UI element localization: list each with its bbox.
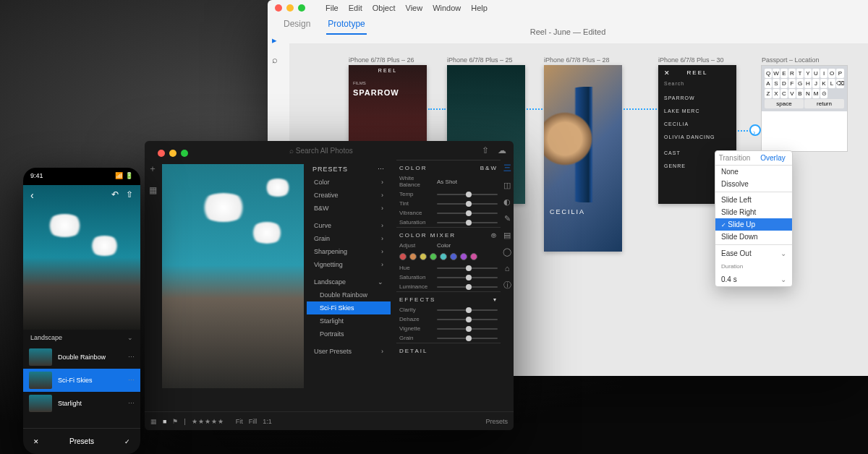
color-swatch[interactable] (460, 253, 467, 260)
radial-icon[interactable]: ◯ (503, 247, 511, 257)
section-color-mixer[interactable]: COLOR MIXER◎ (396, 227, 501, 241)
preset-row-selected[interactable]: Sci-Fi Skies⋯ (23, 369, 140, 392)
preset-group[interactable]: B&W› (307, 202, 391, 215)
photo-preview[interactable] (23, 185, 140, 330)
flag-icon[interactable]: ⚑ (172, 418, 178, 425)
prototype-link[interactable] (428, 108, 446, 110)
link-handle-icon[interactable]: › (749, 124, 761, 136)
section-effects[interactable]: EFFECTS▾ (396, 291, 501, 305)
preset-group[interactable]: Curve› (307, 219, 391, 232)
info-icon[interactable]: ⓘ (503, 280, 511, 291)
back-icon[interactable]: ‹ (30, 189, 34, 201)
minimize-icon[interactable] (169, 150, 176, 157)
one-to-one-button[interactable]: 1:1 (263, 418, 272, 425)
easing-select[interactable]: Ease Out⌄ (715, 247, 792, 260)
preset-group[interactable]: User Presets› (307, 345, 391, 358)
temp-slider[interactable] (437, 194, 498, 195)
preset-group[interactable]: Vignetting› (307, 258, 391, 271)
search-input[interactable]: ⌕ Search All Photos (289, 147, 353, 155)
artboard-label[interactable]: Passport – Location (762, 56, 820, 64)
grain-slider[interactable] (437, 338, 498, 339)
crop-icon[interactable]: ◫ (503, 181, 511, 190)
share-icon[interactable]: ⇧ (482, 145, 489, 155)
minimize-icon[interactable] (286, 4, 294, 12)
prototype-link[interactable] (624, 108, 657, 110)
artboard-label[interactable]: iPhone 6/7/8 Plus – 25 (447, 56, 513, 64)
color-swatch[interactable] (420, 253, 427, 260)
wb-value[interactable]: As Shot (437, 179, 457, 185)
color-swatch[interactable] (450, 253, 457, 260)
option-slide-left[interactable]: Slide Left (715, 194, 792, 206)
heal-icon[interactable]: ◐ (503, 197, 511, 207)
tint-slider[interactable] (437, 203, 498, 205)
menu-window[interactable]: Window (433, 4, 461, 12)
artboard-label[interactable]: iPhone 6/7/8 Plus – 30 (658, 56, 724, 64)
color-swatch[interactable] (409, 253, 417, 260)
artboard-28[interactable]: CECILIA (544, 65, 622, 252)
artboard-label[interactable]: iPhone 6/7/8 Plus – 28 (544, 56, 610, 64)
lum-slider[interactable] (437, 286, 498, 288)
more-icon[interactable]: ⋯ (128, 400, 135, 407)
presets-button[interactable]: Presets (485, 418, 508, 425)
adjust-value[interactable]: Color (437, 242, 451, 249)
sliders-icon[interactable]: 三 (503, 163, 511, 174)
preset-group-landscape[interactable]: Landscape⌄ (307, 275, 391, 288)
square-view-icon[interactable]: ■ (163, 418, 166, 425)
color-swatch[interactable] (470, 253, 477, 260)
dehaze-slider[interactable] (437, 319, 498, 320)
cancel-icon[interactable]: ✕ (33, 438, 39, 445)
preset-row[interactable]: Starlight⋯ (23, 392, 140, 415)
more-icon[interactable]: ⋯ (128, 377, 135, 384)
vignette-slider[interactable] (437, 328, 498, 330)
duration-select[interactable]: 0.4 s⌄ (715, 273, 792, 286)
preset-group[interactable]: Grain› (307, 232, 391, 245)
brush-icon[interactable]: ✎ (504, 214, 511, 223)
preset-group[interactable]: Color› (307, 176, 391, 189)
preset-item[interactable]: Double Rainbow (307, 288, 391, 301)
option-none[interactable]: None (715, 166, 792, 178)
confirm-icon[interactable]: ✓ (124, 438, 130, 445)
prototype-link[interactable] (527, 108, 542, 110)
grid-icon[interactable]: ▦ (149, 185, 157, 195)
preset-group[interactable]: Sharpening› (307, 245, 391, 258)
more-icon[interactable]: ⋯ (128, 354, 135, 361)
color-swatch[interactable] (399, 253, 407, 260)
close-icon[interactable] (158, 150, 165, 157)
preset-item[interactable]: Starlight (307, 314, 391, 327)
preset-item[interactable]: Portraits (307, 327, 391, 340)
add-icon[interactable]: ＋ (148, 163, 157, 175)
tab-overlay[interactable]: Overlay (754, 151, 792, 165)
section-color[interactable]: COLORB&W (396, 160, 501, 174)
preset-item-selected[interactable]: Sci-Fi Skies (307, 301, 391, 314)
maximize-icon[interactable] (298, 4, 305, 12)
option-dissolve[interactable]: Dissolve (715, 178, 792, 190)
menu-edit[interactable]: Edit (349, 4, 362, 12)
landscape-select[interactable]: Landscape⌄ (23, 330, 140, 346)
menu-help[interactable]: Help (471, 4, 488, 12)
tag-icon[interactable]: ⌂ (505, 264, 510, 273)
hue-slider[interactable] (437, 267, 498, 269)
bw-toggle[interactable]: B&W (480, 165, 498, 171)
option-slide-down[interactable]: Slide Down (715, 231, 792, 243)
photo-preview[interactable] (162, 164, 304, 388)
clarity-slider[interactable] (437, 309, 498, 311)
tab-transition[interactable]: Transition (715, 151, 754, 165)
sat-slider[interactable] (437, 277, 498, 278)
artboard-label[interactable]: iPhone 6/7/8 Plus – 26 (349, 56, 414, 64)
close-icon[interactable] (275, 4, 282, 12)
option-slide-right[interactable]: Slide Right (715, 206, 792, 218)
menu-view[interactable]: View (406, 4, 423, 12)
menu-object[interactable]: Object (373, 4, 396, 12)
undo-icon[interactable]: ↶ (111, 189, 119, 200)
section-detail[interactable]: DETAIL (396, 343, 501, 356)
grid-view-icon[interactable]: ▦ (150, 418, 157, 425)
cloud-icon[interactable]: ☁ (498, 145, 506, 155)
vibrance-slider[interactable] (437, 213, 498, 214)
arrow-icon[interactable]: ▸ (272, 35, 278, 46)
saturation-slider[interactable] (437, 222, 498, 223)
fill-button[interactable]: Fill (249, 418, 258, 425)
more-icon[interactable]: ⋯ (378, 166, 385, 173)
maximize-icon[interactable] (181, 150, 188, 157)
artboard-passport[interactable]: Passport – Location QWERTYUIOP ASDFGHJKL… (761, 65, 848, 152)
preset-row[interactable]: Double Rainbow⋯ (23, 346, 140, 369)
